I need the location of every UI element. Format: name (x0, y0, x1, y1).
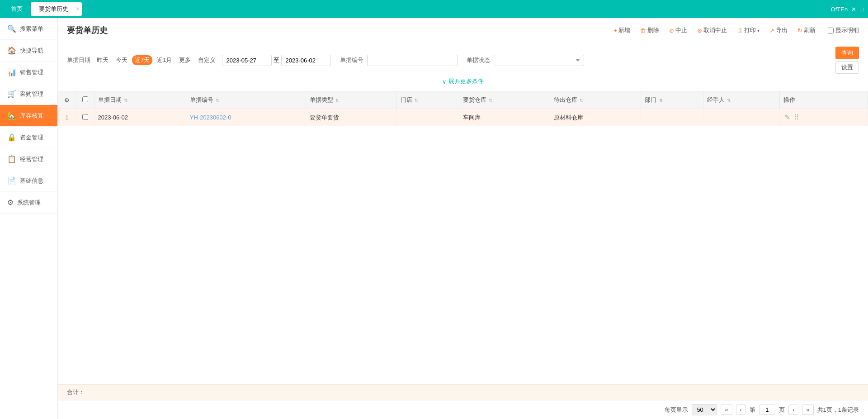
row-no[interactable]: YH-20230602-0 (186, 109, 306, 126)
row-handler (703, 109, 779, 126)
basic-icon: 📄 (7, 176, 16, 185)
tab-order-history[interactable]: 要货单历史 (33, 2, 75, 16)
shortcut-1month[interactable]: 近1月 (154, 55, 175, 65)
shortcut-more[interactable]: 更多 (176, 55, 193, 65)
shortcut-today[interactable]: 今天 (113, 55, 130, 65)
sidebar-item-quicknav[interactable]: 🏠 快捷导航 (0, 40, 57, 62)
sidebar-item-search[interactable]: 🔍 搜索菜单 (0, 18, 57, 40)
col-dept[interactable]: 部门 ⇅ (641, 91, 703, 109)
print-button[interactable]: 🖨 打印 ▾ (734, 24, 762, 36)
export-icon: ↗ (769, 27, 774, 34)
order-no-label: 单据编号 (340, 56, 363, 64)
date-end-input[interactable] (281, 55, 331, 66)
print-icon: 🖨 (737, 27, 743, 34)
main-layout: 🔍 搜索菜单 🏠 快捷导航 📊 销售管理 🛒 采购管理 🏡 库存核算 🔒 资金管… (0, 18, 868, 419)
row-edit-icon[interactable]: ✎ (784, 114, 790, 121)
sidebar-item-inventory[interactable]: 🏡 库存核算 (0, 105, 57, 127)
prev-page-button[interactable]: ‹ (736, 405, 746, 415)
row-checkbox[interactable] (76, 109, 94, 126)
new-button[interactable]: + 新增 (611, 24, 633, 36)
refresh-label: 刷新 (804, 26, 816, 34)
per-page-label: 每页显示 (665, 406, 688, 414)
select-all-checkbox[interactable] (82, 96, 88, 102)
date-start-input[interactable] (222, 55, 272, 66)
status-select[interactable] (494, 55, 584, 66)
sidebar-item-operations[interactable]: 📋 经营管理 (0, 148, 57, 170)
date-shortcuts: 昨天 今天 近7天 近1月 更多 自定义 (94, 55, 218, 65)
row-req-warehouse: 车间库 (459, 109, 550, 126)
col-date[interactable]: 单据日期 ⇅ (94, 91, 186, 109)
col-settings[interactable]: ⚙ (58, 91, 76, 109)
table-area: ⚙ 单据日期 ⇅ 单据编号 ⇅ (58, 91, 868, 384)
print-chevron-icon: ▾ (757, 28, 760, 33)
stop-button[interactable]: ⊘ 中止 (666, 24, 690, 36)
new-label: 新增 (618, 26, 630, 34)
top-bar-right: OfTEn ✕ □ (831, 6, 863, 13)
last-page-button[interactable]: » (802, 405, 813, 415)
col-store[interactable]: 门店 ⇅ (396, 91, 459, 109)
sidebar-item-purchase[interactable]: 🛒 采购管理 (0, 83, 57, 105)
col-checkbox (76, 91, 94, 109)
refresh-button[interactable]: ↻ 刷新 (795, 24, 818, 36)
col-pend-warehouse[interactable]: 待出仓库 ⇅ (550, 91, 641, 109)
filter-area: 单据日期 昨天 今天 近7天 近1月 更多 自定义 至 (58, 41, 868, 91)
sidebar-item-operations-label: 经营管理 (20, 155, 43, 163)
next-page-button[interactable]: › (788, 405, 798, 415)
shortcut-yesterday[interactable]: 昨天 (94, 55, 111, 65)
cancel-stop-label: 取消中止 (703, 26, 727, 34)
top-close-icon[interactable]: ✕ (851, 6, 856, 13)
sidebar-item-search-label: 搜索菜单 (20, 25, 43, 33)
row-select-checkbox[interactable] (82, 114, 88, 120)
top-minimize-icon[interactable]: □ (860, 6, 863, 13)
export-button[interactable]: ↗ 导出 (767, 24, 790, 36)
col-handler[interactable]: 经手人 ⇅ (703, 91, 779, 109)
settings-icon[interactable]: ⚙ (64, 97, 70, 104)
home-icon: 🏠 (7, 46, 16, 55)
show-detail-checkbox[interactable]: 显示明细 (828, 26, 859, 34)
row-more-icon[interactable]: ⠿ (794, 114, 799, 121)
sort-no-icon: ⇅ (216, 98, 219, 103)
sales-icon: 📊 (7, 68, 16, 76)
finance-icon: 🔒 (7, 133, 16, 142)
show-detail-label: 显示明细 (835, 26, 859, 34)
tab-home[interactable]: 首页 (5, 2, 29, 16)
date-filter-group: 单据日期 昨天 今天 近7天 近1月 更多 自定义 至 (67, 55, 331, 66)
divider (823, 26, 823, 35)
delete-label: 删除 (647, 26, 659, 34)
print-label: 打印 (744, 26, 756, 34)
sidebar-item-sales-label: 销售管理 (20, 68, 43, 76)
sidebar-item-finance[interactable]: 🔒 资金管理 (0, 127, 57, 148)
delete-button[interactable]: 🗑 删除 (637, 24, 662, 36)
sidebar-item-quicknav-label: 快捷导航 (20, 47, 43, 55)
total-label: 合计： (67, 388, 85, 396)
expand-more[interactable]: ∨ 展开更多条件 (67, 77, 859, 86)
sidebar-item-sales[interactable]: 📊 销售管理 (0, 62, 57, 83)
header-actions: + 新增 🗑 删除 ⊘ 中止 ⊗ 取消中止 🖨 打印 (611, 24, 859, 36)
order-no-link[interactable]: YH-20230602-0 (190, 114, 231, 121)
first-page-button[interactable]: « (721, 405, 732, 415)
order-no-input[interactable] (367, 55, 458, 66)
stop-label: 中止 (675, 26, 687, 34)
shortcut-7days[interactable]: 近7天 (132, 55, 152, 65)
cancel-stop-button[interactable]: ⊗ 取消中止 (694, 24, 730, 36)
per-page-select[interactable]: 50 100 200 (692, 404, 717, 415)
page-number-input[interactable]: 1 (759, 405, 775, 415)
content-area: 要货单历史 + 新增 🗑 删除 ⊘ 中止 ⊗ 取消中止 (58, 18, 868, 419)
table-footer: 合计： (58, 384, 868, 400)
sidebar-item-purchase-label: 采购管理 (20, 90, 43, 98)
row-pend-warehouse: 原材料仓库 (550, 109, 641, 126)
query-button[interactable]: 查询 (835, 47, 859, 59)
sidebar-item-system[interactable]: ⚙ 系统管理 (0, 192, 57, 214)
cancel-stop-icon: ⊗ (697, 27, 702, 34)
shortcut-custom[interactable]: 自定义 (195, 55, 218, 65)
sidebar-item-basic[interactable]: 📄 基础信息 (0, 170, 57, 192)
col-req-warehouse[interactable]: 要货仓库 ⇅ (459, 91, 550, 109)
pagination-area: 每页显示 50 100 200 « ‹ 第 1 页 › » 共1页，1条记录 (58, 400, 868, 419)
col-type[interactable]: 单据类型 ⇅ (306, 91, 396, 109)
settings-button[interactable]: 设置 (835, 61, 859, 74)
show-detail-input[interactable] (828, 28, 834, 33)
stop-icon: ⊘ (669, 27, 674, 34)
sort-pendwh-icon: ⇅ (580, 98, 583, 103)
tab-close-icon[interactable]: ✕ (75, 6, 80, 12)
col-no[interactable]: 单据编号 ⇅ (186, 91, 306, 109)
